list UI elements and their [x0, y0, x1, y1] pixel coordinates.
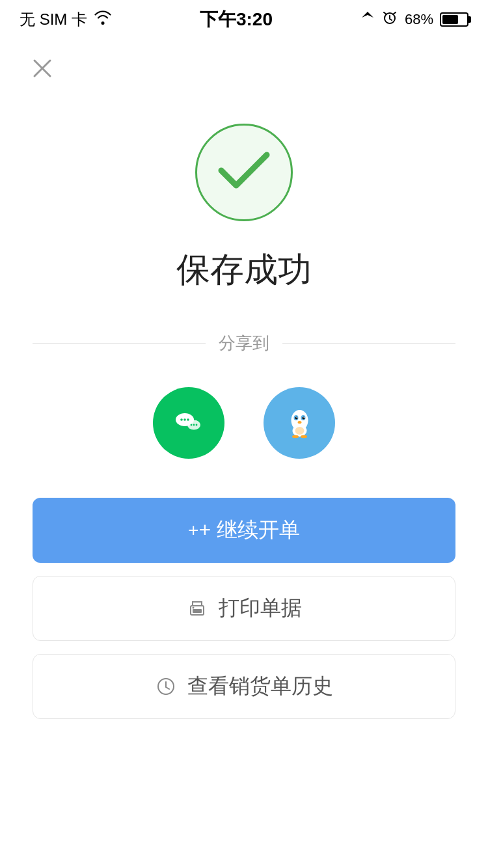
history-label: 查看销货单历史 — [187, 672, 333, 701]
history-button[interactable]: 查看销货单历史 — [33, 654, 455, 719]
svg-point-7 — [187, 418, 189, 421]
plus-icon: + — [188, 520, 198, 541]
location-icon — [360, 10, 375, 29]
clock-icon — [155, 675, 177, 698]
print-button[interactable]: 打印单据 — [33, 576, 455, 641]
wechat-share-button[interactable] — [153, 387, 224, 459]
share-label: 分享到 — [219, 332, 269, 355]
print-icon — [186, 597, 208, 619]
share-divider: 分享到 — [33, 332, 455, 355]
close-area — [0, 39, 488, 98]
svg-point-11 — [195, 424, 197, 426]
svg-point-22 — [301, 435, 307, 437]
svg-point-9 — [190, 424, 192, 426]
qq-share-button[interactable] — [264, 387, 335, 459]
svg-point-5 — [180, 418, 183, 421]
battery-indicator — [440, 12, 468, 27]
svg-point-15 — [295, 416, 297, 419]
qq-circle — [264, 387, 335, 459]
status-bar: 无 SIM 卡 下午3:20 68% — [0, 0, 488, 39]
main-content: 保存成功 分享到 — [0, 98, 488, 868]
wifi-icon — [94, 10, 112, 29]
status-time: 下午3:20 — [200, 7, 273, 32]
divider-right — [282, 343, 455, 344]
svg-rect-25 — [193, 609, 202, 613]
checkmark-icon — [218, 146, 270, 198]
svg-point-17 — [296, 416, 297, 417]
svg-point-18 — [303, 416, 304, 417]
carrier-text: 无 SIM 卡 — [20, 9, 87, 30]
buttons-section: + + 继续开单 打印单据 查看销货单历 — [33, 498, 455, 719]
success-icon-container — [195, 124, 293, 221]
continue-label: + 继续开单 — [198, 516, 300, 545]
battery-percent: 68% — [405, 11, 433, 28]
svg-point-10 — [193, 424, 195, 426]
svg-point-26 — [193, 607, 195, 609]
svg-point-19 — [297, 421, 301, 424]
close-button[interactable] — [26, 52, 59, 85]
success-circle — [195, 124, 293, 221]
share-icons-row — [33, 387, 455, 459]
svg-point-21 — [292, 435, 299, 437]
svg-point-23 — [295, 427, 304, 435]
success-title: 保存成功 — [176, 247, 312, 293]
share-section: 分享到 — [33, 332, 455, 459]
print-label: 打印单据 — [219, 594, 302, 623]
continue-button[interactable]: + + 继续开单 — [33, 498, 455, 563]
wechat-circle — [153, 387, 224, 459]
divider-left — [33, 343, 206, 344]
svg-point-16 — [302, 416, 305, 419]
status-right: 68% — [360, 9, 468, 30]
status-carrier: 无 SIM 卡 — [20, 9, 112, 30]
alarm-icon — [381, 9, 398, 30]
svg-point-6 — [183, 418, 186, 421]
